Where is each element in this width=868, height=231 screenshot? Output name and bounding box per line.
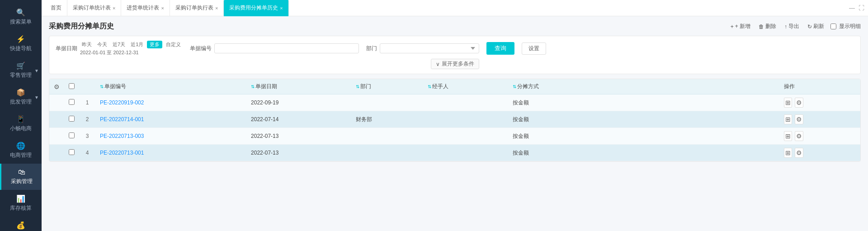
- doc-no-link-1[interactable]: PE-20220714-001: [100, 116, 144, 123]
- sidebar-item-inventory[interactable]: 📊 库存核算: [0, 190, 42, 217]
- doc-no-input[interactable]: [214, 43, 359, 53]
- delete-icon: 🗑: [759, 24, 764, 30]
- delete-button[interactable]: 🗑 删除: [757, 22, 778, 31]
- sidebar-item-finance[interactable]: 💰 资金管理: [0, 217, 42, 231]
- doc-no-link-3[interactable]: PE-20220713-001: [100, 150, 144, 156]
- date-shortcuts: 昨天 今天 近7天 近1月 更多 自定义 2022-01-01 至 2022-1…: [80, 41, 183, 56]
- action-more-icon-0[interactable]: ⚙: [795, 98, 803, 108]
- tab-home[interactable]: 首页: [45, 0, 67, 16]
- row-handler-2: [423, 128, 508, 145]
- action-view-icon-1[interactable]: ⊞: [784, 114, 792, 124]
- date-btn-7days[interactable]: 近7天: [111, 41, 127, 48]
- sidebar-label-inventory: 库存核算: [10, 205, 32, 211]
- action-more-icon-2[interactable]: ⚙: [795, 131, 803, 141]
- col-num-header: [79, 79, 95, 94]
- row-num-1: 2: [79, 111, 95, 128]
- sidebar-item-purchase[interactable]: 🛍 采购管理: [0, 164, 42, 190]
- date-btn-yesterday[interactable]: 昨天: [80, 41, 94, 48]
- dept-select[interactable]: 财务部: [380, 43, 479, 53]
- col-doc-date-header: ⇅单据日期: [246, 79, 351, 94]
- tab-label-home: 首页: [51, 4, 61, 12]
- export-button[interactable]: ↑ 导出: [783, 22, 801, 31]
- sidebar-item-wholesale[interactable]: 📦 批发管理 ▼: [0, 84, 42, 110]
- sidebar-label-shortcut: 快捷导航: [10, 45, 32, 52]
- add-button[interactable]: + + 新增: [729, 22, 752, 31]
- doc-no-filter: 单据编号: [190, 43, 359, 53]
- page-content: 采购费用分摊单历史 + + 新增 🗑 删除 ↑ 导出 ↻ 刷新: [42, 16, 868, 231]
- sidebar-item-retail[interactable]: 🛒 零售管理 ▼: [0, 57, 42, 84]
- tab-label-purchase-goods-stats: 进货单统计表: [127, 4, 159, 12]
- tab-close-purchase-cost-split[interactable]: ×: [280, 5, 283, 11]
- query-button[interactable]: 查询: [486, 42, 514, 55]
- table-body: 1 PE-20220919-002 2022-09-19 按金额 ⊞ ⚙ 2 P…: [49, 94, 860, 161]
- tab-purchase-order-stats[interactable]: 采购订单统计表 ×: [67, 0, 121, 16]
- sidebar-item-search[interactable]: 🔍 搜索菜单: [0, 4, 42, 30]
- action-view-icon-2[interactable]: ⊞: [784, 131, 792, 141]
- tab-close-purchase-order-exec[interactable]: ×: [215, 5, 218, 11]
- expand-row: ∨ 展开更多条件: [56, 59, 854, 69]
- data-table: ⚙ ⇅单据编号 ⇅单据日期 ⇅部门: [49, 79, 860, 161]
- row-doc-no-0: PE-20220919-002: [95, 94, 246, 111]
- sidebar-item-shortcut[interactable]: ⚡ 快捷导航: [0, 30, 42, 57]
- data-table-container: ⚙ ⇅单据编号 ⇅单据日期 ⇅部门: [49, 79, 861, 162]
- filter-area: 单据日期 昨天 今天 近7天 近1月 更多 自定义 2022-01-01 至 2…: [49, 36, 861, 74]
- refresh-button[interactable]: ↻ 刷新: [806, 22, 826, 31]
- date-btn-1month[interactable]: 近1月: [129, 41, 145, 48]
- row-split-method-0: 按金额: [508, 94, 779, 111]
- col-split-method-header: ⇅分摊方式: [508, 79, 779, 94]
- tab-purchase-order-exec[interactable]: 采购订单执行表 ×: [170, 0, 224, 16]
- action-view-icon-3[interactable]: ⊞: [784, 148, 792, 158]
- show-cols-checkbox-label[interactable]: 显示明细: [830, 23, 861, 30]
- tab-purchase-goods-stats[interactable]: 进货单统计表 ×: [121, 0, 170, 16]
- expand-more-btn[interactable]: ∨ 展开更多条件: [431, 59, 479, 69]
- date-filter: 单据日期 昨天 今天 近7天 近1月 更多 自定义 2022-01-01 至 2…: [56, 41, 183, 56]
- row-select-2[interactable]: [69, 132, 75, 138]
- row-doc-date-0: 2022-09-19: [246, 94, 351, 111]
- row-actions-3: ⊞ ⚙: [779, 145, 860, 161]
- settings-button[interactable]: 设置: [522, 42, 546, 55]
- sidebar-icon-ecommerce: 🌐: [2, 141, 40, 150]
- row-split-method-1: 按金额: [508, 111, 779, 128]
- show-cols-checkbox[interactable]: [830, 24, 836, 29]
- row-actions-0: ⊞ ⚙: [779, 94, 860, 111]
- date-btn-today[interactable]: 今天: [95, 41, 109, 48]
- row-actions-2: ⊞ ⚙: [779, 128, 860, 145]
- col-doc-no-header: ⇅单据编号: [95, 79, 246, 94]
- col-handler-header: ⇅经手人: [423, 79, 508, 94]
- tab-label-purchase-order-exec: 采购订单执行表: [175, 4, 213, 12]
- maximize-icon[interactable]: ⛶: [859, 5, 864, 11]
- action-view-icon-0[interactable]: ⊞: [784, 98, 792, 108]
- tab-purchase-cost-split[interactable]: 采购费用分摊单历史 ×: [224, 0, 288, 16]
- sidebar-label-mobile: 小畅电商: [10, 125, 32, 132]
- page-title: 采购费用分摊单历史: [49, 22, 114, 31]
- row-select-3[interactable]: [69, 149, 75, 155]
- row-handler-3: [423, 145, 508, 161]
- doc-no-link-2[interactable]: PE-20220713-003: [100, 133, 144, 139]
- row-select-1[interactable]: [69, 116, 75, 122]
- sidebar-label-purchase: 采购管理: [11, 178, 33, 184]
- main-content: 首页 采购订单统计表 ×进货单统计表 ×采购订单执行表 ×采购费用分摊单历史 ×…: [42, 0, 868, 231]
- dept-label: 部门: [366, 45, 377, 52]
- doc-no-link-0[interactable]: PE-20220919-002: [100, 99, 144, 106]
- sidebar-item-mobile[interactable]: 📱 小畅电商: [0, 110, 42, 137]
- row-num-3: 4: [79, 145, 95, 161]
- action-more-icon-3[interactable]: ⚙: [795, 148, 803, 158]
- row-doc-date-3: 2022-07-13: [246, 145, 351, 161]
- row-settings-2: [49, 128, 64, 145]
- tab-close-purchase-order-stats[interactable]: ×: [113, 5, 115, 11]
- select-all-checkbox[interactable]: [69, 83, 75, 89]
- sidebar-item-ecommerce[interactable]: 🌐 电商管理: [0, 137, 42, 164]
- date-btn-more[interactable]: 更多: [147, 41, 162, 48]
- sidebar-icon-purchase: 🛍: [3, 168, 40, 176]
- row-select-0[interactable]: [69, 99, 75, 105]
- row-doc-no-3: PE-20220713-001: [95, 145, 246, 161]
- expand-icon: ∨: [436, 61, 440, 67]
- table-row: 3 PE-20220713-003 2022-07-13 按金额 ⊞ ⚙: [49, 128, 860, 145]
- action-more-icon-1[interactable]: ⚙: [795, 114, 803, 124]
- col-checkbox-header: [64, 79, 79, 94]
- col-settings-icon[interactable]: ⚙: [54, 83, 60, 90]
- date-btn-custom[interactable]: 自定义: [164, 41, 183, 48]
- tab-close-purchase-goods-stats[interactable]: ×: [161, 5, 164, 11]
- tabs-bar: 首页 采购订单统计表 ×进货单统计表 ×采购订单执行表 ×采购费用分摊单历史 ×…: [42, 0, 868, 16]
- minimize-icon[interactable]: —: [849, 5, 855, 11]
